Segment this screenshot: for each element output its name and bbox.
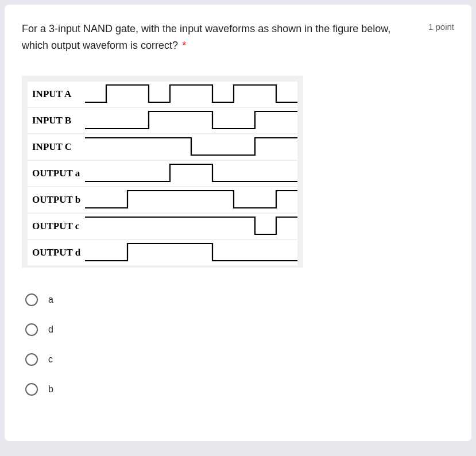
answer-options: adcb (22, 285, 454, 404)
waveform-row: OUTPUT d (28, 240, 297, 265)
question-header-row: For a 3-input NAND gate, with the input … (22, 21, 454, 54)
waveform-row: OUTPUT a (28, 161, 297, 186)
waveform-figure: INPUT AINPUT BINPUT COUTPUT aOUTPUT bOUT… (22, 76, 303, 268)
waveform-row: OUTPUT b (28, 187, 297, 212)
option-label: b (48, 384, 53, 395)
waveform-trace (85, 214, 297, 239)
radio-icon[interactable] (25, 323, 38, 336)
waveform-row: INPUT B (28, 108, 297, 133)
radio-icon[interactable] (25, 353, 38, 366)
waveform-label: INPUT C (28, 141, 85, 153)
waveform-row: OUTPUT c (28, 214, 297, 239)
waveform-trace (85, 134, 297, 160)
answer-option-d[interactable]: d (25, 315, 454, 345)
question-text: For a 3-input NAND gate, with the input … (22, 21, 417, 54)
answer-option-b[interactable]: b (25, 374, 454, 404)
waveform-row: INPUT A (28, 82, 297, 107)
waveform-label: INPUT B (28, 115, 85, 126)
option-label: a (48, 295, 53, 305)
option-label: c (48, 354, 53, 365)
waveform-trace (85, 161, 297, 186)
answer-option-a[interactable]: a (25, 285, 454, 315)
points-label: 1 point (428, 21, 454, 32)
waveform-trace (85, 187, 297, 212)
answer-option-c[interactable]: c (25, 345, 454, 374)
waveform-label: INPUT A (28, 88, 85, 100)
radio-icon[interactable] (25, 293, 38, 306)
question-body: For a 3-input NAND gate, with the input … (22, 23, 390, 51)
question-card: For a 3-input NAND gate, with the input … (5, 5, 471, 441)
waveform-label: OUTPUT a (28, 168, 85, 179)
waveform-trace (85, 82, 297, 107)
radio-icon[interactable] (25, 383, 38, 396)
waveform-label: OUTPUT b (28, 194, 85, 206)
waveform-trace (85, 108, 297, 133)
waveform-label: OUTPUT c (28, 221, 85, 232)
waveform-label: OUTPUT d (28, 247, 85, 258)
waveform-row: INPUT C (28, 134, 297, 160)
option-label: d (48, 324, 53, 335)
required-marker: * (182, 40, 186, 51)
waveform-trace (85, 240, 297, 265)
